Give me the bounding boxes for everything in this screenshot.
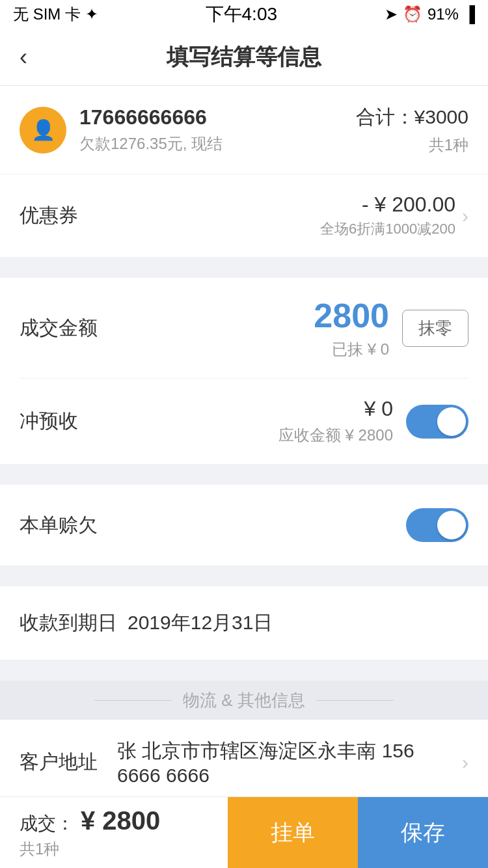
- customer-info: 17666666666 欠款1276.35元, 现结: [79, 105, 223, 154]
- hold-button[interactable]: 挂单: [228, 797, 358, 868]
- location-icon: ➤: [385, 5, 398, 23]
- customer-left: 👤 17666666666 欠款1276.35元, 现结: [20, 105, 223, 154]
- battery-icon: ▐: [464, 5, 475, 23]
- debt-label: 本单赊欠: [20, 512, 98, 539]
- address-label: 客户地址: [20, 749, 98, 776]
- nav-bar: ‹ 填写结算等信息: [0, 29, 488, 86]
- battery-level: 91%: [427, 5, 459, 23]
- address-section: 客户地址 张 北京市市辖区海淀区永丰南 156 6666 6666 ›: [0, 720, 488, 805]
- bottom-bar: 成交： ¥ 2800 共1种 挂单 保存: [0, 796, 488, 868]
- prepay-label: 冲预收: [20, 408, 78, 435]
- debt-row: 本单赊欠: [20, 485, 468, 565]
- address-row[interactable]: 客户地址 张 北京市市辖区海淀区永丰南 156 6666 6666 ›: [20, 720, 468, 805]
- bottom-deal-amount: ¥ 2800: [81, 806, 160, 835]
- coupon-value: - ¥ 200.00 全场6折满1000减200: [320, 193, 455, 239]
- bottom-buttons: 挂单 保存: [228, 797, 488, 868]
- status-left: 无 SIM 卡 ✦: [13, 4, 98, 25]
- alarm-icon: ⏰: [403, 5, 422, 23]
- duedate-label: 收款到期日: [20, 610, 117, 636]
- prepay-value: ¥ 0 应收金额 ¥ 2800: [278, 397, 393, 446]
- prepay-right: ¥ 0 应收金额 ¥ 2800: [278, 397, 468, 446]
- customer-row: 👤 17666666666 欠款1276.35元, 现结 合计：¥3000 共1…: [0, 86, 488, 174]
- address-value: 张 北京市市辖区海淀区永丰南 156 6666 6666: [117, 738, 462, 787]
- bottom-summary: 成交： ¥ 2800 共1种: [0, 806, 228, 860]
- deal-amount-sub: 已抹 ¥ 0: [314, 339, 389, 360]
- round-zero-button[interactable]: 抹零: [402, 310, 468, 347]
- avatar: 👤: [20, 107, 66, 154]
- coupon-desc: 全场6折满1000减200: [320, 219, 455, 239]
- toggle-thumb: [437, 407, 466, 436]
- duedate-row: 收款到期日 2019年12月31日: [20, 586, 468, 660]
- coupon-discount: - ¥ 200.00: [320, 193, 455, 217]
- address-chevron-icon: ›: [462, 752, 468, 774]
- address-right: 张 北京市市辖区海淀区永丰南 156 6666 6666 ›: [117, 738, 468, 787]
- prepay-row: 冲预收 ¥ 0 应收金额 ¥ 2800: [20, 379, 468, 464]
- deal-amount-label: 成交金额: [20, 315, 98, 342]
- coupon-row[interactable]: 优惠券 - ¥ 200.00 全场6折满1000减200 ›: [0, 174, 488, 257]
- customer-debt: 欠款1276.35元, 现结: [79, 133, 223, 154]
- deal-amount-value-wrapper: 2800 已抹 ¥ 0: [314, 296, 389, 360]
- status-right: ➤ ⏰ 91% ▐: [385, 5, 475, 23]
- debt-toggle-thumb: [437, 511, 466, 539]
- bottom-count: 共1种: [20, 839, 208, 860]
- prepay-sub: 应收金额 ¥ 2800: [278, 425, 393, 446]
- logistics-line-left: [94, 700, 172, 701]
- deal-amount-value: 2800: [314, 296, 389, 335]
- duedate-value: 2019年12月31日: [128, 610, 273, 636]
- bottom-deal: 成交： ¥ 2800: [20, 806, 208, 836]
- back-button[interactable]: ‹: [20, 44, 27, 71]
- customer-right: 合计：¥3000 共1种: [356, 104, 468, 156]
- customer-section: 👤 17666666666 欠款1276.35元, 现结 合计：¥3000 共1…: [0, 86, 488, 257]
- divider-3: [0, 576, 488, 586]
- bottom-deal-label: 成交：: [20, 811, 74, 836]
- coupon-label: 优惠券: [20, 202, 78, 229]
- debt-section: 本单赊欠: [0, 485, 488, 565]
- logistics-divider: 物流 & 其他信息: [0, 681, 488, 720]
- status-bar: 无 SIM 卡 ✦ 下午4:03 ➤ ⏰ 91% ▐: [0, 0, 488, 29]
- total-count: 共1种: [356, 135, 468, 156]
- divider-2: [0, 474, 488, 485]
- coupon-right: - ¥ 200.00 全场6折满1000减200 ›: [320, 193, 468, 239]
- logistics-label: 物流 & 其他信息: [183, 689, 305, 712]
- sim-status: 无 SIM 卡 ✦: [13, 4, 98, 25]
- debt-toggle[interactable]: [406, 508, 468, 542]
- status-time: 下午4:03: [206, 2, 278, 27]
- deal-amount-right: 2800 已抹 ¥ 0 抹零: [314, 296, 468, 360]
- avatar-icon: 👤: [31, 118, 55, 141]
- logistics-text: 物流 & 其他信息: [94, 689, 394, 712]
- amount-section: 成交金额 2800 已抹 ¥ 0 抹零 冲预收 ¥ 0 应收金额 ¥ 2800: [0, 278, 488, 464]
- duedate-section: 收款到期日 2019年12月31日: [0, 586, 488, 660]
- logistics-line-right: [316, 700, 394, 701]
- divider-4: [0, 670, 488, 681]
- prepay-toggle[interactable]: [406, 405, 468, 439]
- chevron-right-icon: ›: [462, 205, 468, 227]
- deal-amount-row: 成交金额 2800 已抹 ¥ 0 抹零: [20, 278, 468, 379]
- page-title: 填写结算等信息: [167, 42, 321, 72]
- divider-1: [0, 267, 488, 278]
- save-button[interactable]: 保存: [358, 797, 488, 868]
- customer-phone: 17666666666: [79, 105, 223, 129]
- total-amount: 合计：¥3000: [356, 104, 468, 131]
- prepay-amount: ¥ 0: [278, 397, 393, 421]
